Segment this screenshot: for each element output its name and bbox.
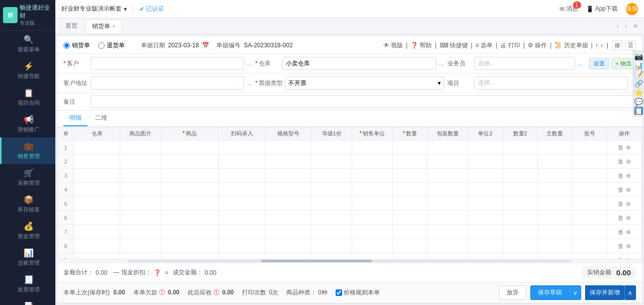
set-btn[interactable]: 设置: [589, 58, 609, 69]
delete-row-btn[interactable]: 🗑: [618, 144, 624, 151]
sidebar-item-invoice[interactable]: 🧾 发票管理: [0, 271, 55, 297]
sidebar-item-search[interactable]: 🔍 搜索菜单: [0, 31, 55, 57]
add-stock-btn[interactable]: + 物流: [611, 58, 636, 69]
company-selector[interactable]: 好业财专业版演示帐套 ▾: [61, 5, 127, 13]
salesperson-input[interactable]: 选择...: [474, 57, 575, 70]
copy-row-btn[interactable]: ⊕: [626, 200, 631, 207]
ledger-icon: 📊: [24, 248, 34, 258]
copy-row-btn[interactable]: ⊕: [626, 158, 631, 165]
warehouse-input[interactable]: 小卖仓库: [282, 57, 436, 70]
customer-input[interactable]: [91, 57, 244, 70]
th-spec: 规格型号: [265, 127, 311, 140]
save-draft-dropdown-btn[interactable]: ∨: [570, 285, 581, 300]
sidebar-item-quicknav[interactable]: ⚡ 快捷导航: [0, 57, 55, 84]
delete-row-btn[interactable]: 🗑: [618, 228, 624, 236]
purchase-icon: 🛒: [24, 168, 34, 178]
sidebar-item-marketing[interactable]: 📢 营销推广: [0, 111, 55, 137]
right-icon-4[interactable]: 🔗: [634, 80, 643, 88]
copy-row-btn[interactable]: ⊕: [626, 243, 631, 250]
print-btn[interactable]: 🖨 打印: [500, 41, 520, 50]
tab-sales-order[interactable]: 销货单 ×: [86, 20, 122, 33]
radio-return[interactable]: 退货单: [98, 41, 125, 50]
customer-ellipsis-btn[interactable]: ...: [247, 60, 252, 67]
th-price1: 等级1价: [311, 127, 352, 140]
right-icon-active[interactable]: 📋: [634, 107, 643, 115]
warehouse-ellipsis-btn[interactable]: ...: [439, 60, 444, 67]
th-unit2: 单位2: [468, 127, 503, 140]
operation-btn[interactable]: ⚙ 操作: [528, 41, 547, 50]
abandon-btn[interactable]: 放弃: [499, 285, 526, 300]
delete-row-btn[interactable]: 🗑: [618, 186, 624, 193]
sidebar-item-ledger[interactable]: 📊 总账管理: [0, 244, 55, 271]
tab-nav: ‹ › ✕: [615, 22, 640, 31]
right-icon-1[interactable]: 📷: [634, 52, 643, 60]
user-avatar[interactable]: 珠珠: [626, 3, 638, 15]
th-scan[interactable]: 扫码录入: [219, 127, 265, 140]
radio-sale[interactable]: 销货单: [63, 41, 90, 50]
salesperson-ellipsis-btn[interactable]: ...: [578, 60, 583, 67]
delete-row-btn[interactable]: 🗑: [618, 158, 624, 165]
view-btn[interactable]: 👁 视版: [383, 41, 403, 50]
copy-row-btn[interactable]: ⊕: [626, 214, 631, 221]
copy-row-btn[interactable]: ⊕: [626, 172, 631, 179]
remark-input[interactable]: [91, 95, 636, 108]
save-new-dropdown-btn[interactable]: ∧: [624, 285, 636, 300]
calendar-icon[interactable]: 📅: [202, 42, 209, 49]
topbar: 好业财专业版演示帐套 ▾ ✔ 已认证 ✉ 1 消息 📱 App下载 珠珠: [55, 0, 644, 18]
help-btn[interactable]: ❓ 帮助: [411, 41, 432, 50]
list-view-btn[interactable]: ☰: [625, 40, 636, 50]
right-icon-5[interactable]: ⭐: [634, 89, 643, 97]
tab-next-btn[interactable]: ›: [623, 22, 629, 31]
th-settings[interactable]: ⚙: [58, 127, 74, 140]
tab-detail[interactable]: 明细: [63, 111, 88, 126]
message-badge: 1: [573, 2, 581, 9]
tab-2d[interactable]: 二维: [89, 111, 113, 126]
right-icon-6[interactable]: 💬: [634, 98, 643, 106]
right-icon-2[interactable]: 📊: [634, 61, 643, 69]
equals-sign: =: [165, 269, 169, 276]
shortcut-btn[interactable]: ⌨ 快捷键: [440, 41, 468, 50]
delete-row-btn[interactable]: 🗑: [618, 172, 624, 179]
save-draft-btn[interactable]: 保存草稿: [530, 285, 570, 300]
save-new-btn[interactable]: 保存并新增: [585, 285, 624, 300]
sidebar-item-sales[interactable]: 💼 销售管理: [0, 137, 55, 164]
doc-no-value: SA-20230318-002: [244, 42, 292, 49]
sidebar-logo: 财 畅捷通好业财 专业版: [0, 0, 55, 31]
sidebar-item-project[interactable]: 📋 项目合同: [0, 84, 55, 111]
horizontal-scrollbar[interactable]: [57, 259, 642, 263]
copy-row-btn[interactable]: ⊕: [626, 186, 631, 193]
copy-row-btn[interactable]: ⊕: [626, 228, 631, 236]
help-icon[interactable]: ❓: [153, 269, 161, 276]
tab-close-btn[interactable]: ×: [112, 23, 115, 29]
right-icon-3[interactable]: 📝: [634, 70, 643, 79]
grid-view-btn[interactable]: ⊞: [612, 40, 622, 50]
delete-row-btn[interactable]: 🗑: [618, 200, 624, 207]
tab-prev-btn[interactable]: ‹: [615, 22, 621, 31]
delete-row-btn[interactable]: 🗑: [618, 243, 624, 250]
message-btn[interactable]: ✉ 1 消息: [559, 5, 578, 13]
scroll-thumb[interactable]: [261, 260, 372, 262]
sidebar-item-finance[interactable]: 💰 资金管理: [0, 217, 55, 244]
sidebar-item-tax[interactable]: 📑 税务管理: [0, 297, 55, 305]
check-icon: ✔: [139, 6, 144, 13]
customer-addr-label: 客户地址: [63, 79, 89, 88]
project-input[interactable]: 选择...: [474, 77, 628, 90]
prev-doc-btn[interactable]: ‹: [596, 42, 598, 49]
sales-icon: 💼: [24, 141, 34, 151]
sidebar-item-inventory[interactable]: 📦 库存核算: [0, 191, 55, 217]
copy-row-btn[interactable]: ⊕: [626, 144, 631, 151]
app-download-btn[interactable]: 📱 App下载: [586, 5, 618, 13]
delete-row-btn[interactable]: 🗑: [618, 214, 624, 221]
invoice-select[interactable]: 不开票 ▾: [285, 77, 444, 90]
select-btn[interactable]: ≡ 选单: [475, 41, 493, 50]
next-doc-btn[interactable]: ›: [601, 42, 603, 49]
addr-ellipsis-btn[interactable]: ...: [247, 80, 252, 87]
customer-addr-input[interactable]: [91, 77, 244, 90]
price-rule-checkbox[interactable]: 价格规则本单: [336, 288, 380, 297]
tab-home[interactable]: 首页: [59, 20, 84, 32]
topbar-right: ✉ 1 消息 📱 App下载 珠珠: [559, 3, 638, 15]
tax-icon: 📑: [24, 301, 34, 305]
history-btn[interactable]: 📜 历史单据: [554, 41, 588, 50]
sidebar-item-purchase[interactable]: 🛒 采购管理: [0, 164, 55, 191]
tab-close-all-btn[interactable]: ✕: [631, 22, 640, 31]
